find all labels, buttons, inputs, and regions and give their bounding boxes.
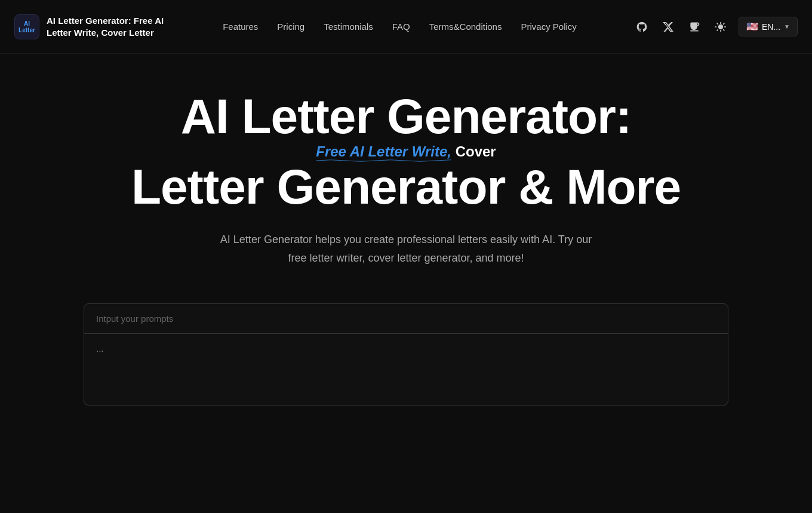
hero-title-line3: Letter Generator & More [131, 159, 681, 214]
output-box: ... [84, 334, 728, 406]
language-selector[interactable]: 🇺🇸 EN... ▼ [739, 17, 798, 36]
nav-link-features[interactable]: Features [223, 21, 258, 32]
nav-link-terms[interactable]: Terms&Conditions [429, 21, 502, 32]
language-flag: 🇺🇸 [746, 21, 758, 32]
theme-toggle-button[interactable] [712, 19, 729, 35]
nav-links: Features Pricing Testimonials FAQ Terms&… [223, 21, 577, 32]
hero-subtitle: AI Letter Generator helps you create pro… [215, 231, 597, 267]
nav-right-actions: 🇺🇸 EN... ▼ [633, 17, 798, 36]
twitter-button[interactable] [660, 19, 676, 35]
logo-icon: AI Letter [14, 14, 39, 39]
hero-title-line2-white: Cover [451, 143, 496, 159]
github-button[interactable] [633, 19, 650, 35]
prompt-input[interactable] [84, 303, 728, 334]
output-placeholder: ... [96, 343, 104, 354]
hero-heading: AI Letter Generator: Free AI Letter Writ… [131, 90, 681, 214]
github-icon [636, 21, 648, 33]
nav-link-privacy[interactable]: Privacy Policy [521, 21, 576, 32]
coffee-icon [688, 21, 700, 33]
hero-title-blue: Free AI Letter Write, [316, 143, 451, 159]
hero-section: AI Letter Generator: Free AI Letter Writ… [0, 54, 812, 291]
twitter-icon [662, 21, 674, 33]
language-code: EN... [762, 22, 780, 32]
sun-icon [715, 21, 727, 33]
hero-title-line1: AI Letter Generator: [181, 89, 632, 143]
site-title: AI Letter Generator: Free AI Letter Writ… [47, 15, 166, 38]
nav-link-pricing[interactable]: Pricing [277, 21, 304, 32]
input-section: ... [0, 303, 812, 406]
chevron-down-icon: ▼ [784, 23, 790, 30]
nav-link-faq[interactable]: FAQ [392, 21, 410, 32]
nav-brand: AI Letter AI Letter Generator: Free AI L… [14, 14, 166, 39]
coffee-button[interactable] [686, 19, 703, 35]
hero-title-line2: Free AI Letter Write, Cover [316, 143, 496, 160]
navbar: AI Letter AI Letter Generator: Free AI L… [0, 0, 812, 54]
nav-link-testimonials[interactable]: Testimonials [324, 21, 373, 32]
